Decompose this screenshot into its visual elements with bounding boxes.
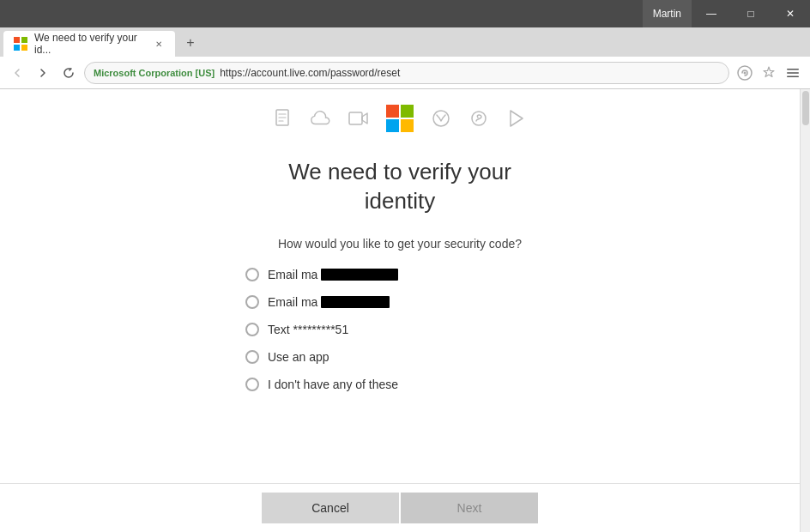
page-area: We need to verify your identity How woul…: [0, 89, 800, 532]
radio-email2[interactable]: [245, 295, 259, 309]
label-none: I don't have any of these: [268, 378, 398, 391]
label-email2: Email ma: [268, 295, 390, 309]
scrollbar-thumb[interactable]: [802, 91, 809, 125]
option-none[interactable]: I don't have any of these: [245, 378, 554, 391]
toolbar-icons: [734, 63, 803, 83]
svg-point-11: [433, 111, 449, 126]
window-chrome: Martin — □ ✕: [0, 0, 810, 27]
option-email2[interactable]: Email ma: [245, 295, 554, 309]
window-controls: — □ ✕: [692, 0, 810, 27]
cloud-icon: [311, 108, 331, 129]
ms-icons-bar: [273, 89, 527, 141]
tab-favicon: [14, 37, 27, 51]
tab-title: We need to verify your id...: [34, 32, 142, 56]
page-icon: [273, 108, 293, 129]
svg-point-5: [744, 71, 747, 74]
refresh-button[interactable]: [58, 63, 79, 83]
svg-rect-10: [349, 112, 362, 124]
radio-email1[interactable]: [245, 268, 259, 281]
svg-rect-3: [21, 45, 27, 51]
tab-bar: We need to verify your id... ✕ +: [0, 27, 810, 57]
options-container: Email ma Email ma Text *********51 Use a…: [245, 268, 554, 391]
cancel-button[interactable]: Cancel: [262, 493, 399, 523]
url-bar[interactable]: Microsoft Corporation [US] https://accou…: [84, 62, 729, 84]
microsoft-logo: [386, 105, 414, 132]
radio-app[interactable]: [245, 350, 259, 364]
buttons-bar: Cancel Next: [0, 483, 800, 532]
new-tab-button[interactable]: +: [178, 31, 202, 55]
option-app[interactable]: Use an app: [245, 350, 554, 364]
minimize-button[interactable]: —: [692, 0, 731, 27]
back-button[interactable]: [7, 63, 27, 83]
bookmark-star-icon[interactable]: [759, 63, 779, 83]
tab-close-button[interactable]: ✕: [153, 37, 165, 51]
window-user-label: Martin: [643, 0, 692, 27]
ms-logo-yellow: [401, 119, 414, 132]
svg-rect-6: [787, 69, 799, 70]
option-email1[interactable]: Email ma: [245, 268, 554, 281]
skype-icon: [468, 108, 489, 129]
next-button[interactable]: Next: [401, 493, 538, 523]
video-icon: [348, 108, 369, 129]
security-question: How would you like to get your security …: [278, 237, 522, 251]
redacted-email2: [321, 296, 390, 308]
ms-logo-red: [386, 105, 399, 118]
radio-none[interactable]: [245, 378, 259, 391]
option-text[interactable]: Text *********51: [245, 323, 554, 336]
radio-text[interactable]: [245, 323, 259, 336]
redacted-email1: [321, 269, 398, 281]
play-icon: [506, 108, 527, 129]
label-app: Use an app: [268, 350, 329, 364]
svg-rect-1: [21, 37, 27, 43]
menu-icon[interactable]: [783, 63, 803, 83]
close-button[interactable]: ✕: [771, 0, 810, 27]
extensions-icon[interactable]: [734, 63, 755, 83]
ms-logo-blue: [386, 119, 399, 132]
label-text: Text *********51: [268, 323, 348, 336]
maximize-button[interactable]: □: [731, 0, 771, 27]
ssl-badge: Microsoft Corporation [US]: [94, 68, 215, 78]
svg-rect-7: [787, 72, 799, 74]
active-tab[interactable]: We need to verify your id... ✕: [3, 31, 175, 57]
address-bar: Microsoft Corporation [US] https://accou…: [0, 57, 810, 89]
forward-button[interactable]: [33, 63, 53, 83]
page-heading: We need to verify your identity: [288, 158, 511, 216]
label-email1: Email ma: [268, 268, 398, 281]
ms-logo-green: [401, 105, 414, 118]
svg-rect-2: [14, 45, 20, 51]
svg-rect-0: [14, 37, 20, 43]
xbox-icon: [431, 108, 451, 129]
url-text: https://account.live.com/password/reset: [220, 67, 400, 79]
scrollbar[interactable]: [800, 89, 810, 532]
svg-rect-8: [787, 76, 799, 77]
browser-body: We need to verify your identity How woul…: [0, 89, 810, 532]
